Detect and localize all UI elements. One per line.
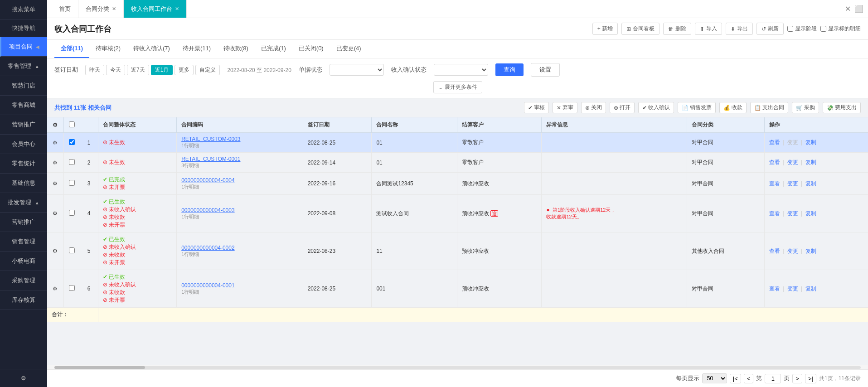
settings-button[interactable]: 设置 bbox=[531, 63, 560, 77]
row-check[interactable] bbox=[63, 173, 80, 195]
refresh-button[interactable]: ↺ 刷新 bbox=[756, 23, 784, 35]
sidebar-item-member[interactable]: 会员中心 bbox=[0, 135, 47, 154]
date-btn-more[interactable]: 更多 bbox=[175, 65, 194, 75]
date-btn-last7[interactable]: 近7天 bbox=[127, 65, 149, 75]
row-gear[interactable]: ⚙ bbox=[47, 270, 63, 308]
row-checkbox[interactable] bbox=[69, 159, 75, 165]
row-check[interactable] bbox=[63, 133, 80, 153]
export-button[interactable]: ⬇ 导出 bbox=[726, 23, 753, 35]
sub-tab-all[interactable]: 全部(11) bbox=[54, 40, 89, 58]
sidebar-settings[interactable]: ⚙ bbox=[0, 369, 47, 387]
row-checkbox[interactable] bbox=[69, 210, 75, 216]
date-btn-today[interactable]: 今天 bbox=[106, 65, 125, 75]
sidebar-item-wholesale[interactable]: 批发管理 ▲ bbox=[0, 193, 47, 213]
action-view[interactable]: 查看 bbox=[769, 285, 780, 292]
action-change[interactable]: 变更 bbox=[787, 139, 798, 145]
col-header-gear[interactable]: ⚙ bbox=[47, 117, 63, 133]
action-copy[interactable]: 复制 bbox=[805, 159, 816, 165]
row-code-link[interactable]: RETAIL_CUSTOM-0001 bbox=[181, 156, 298, 162]
page-input[interactable] bbox=[765, 374, 781, 383]
row-checkbox[interactable] bbox=[69, 180, 75, 186]
sub-tab-pending-collection[interactable]: 待收款(8) bbox=[217, 40, 255, 58]
sidebar-item-base-info[interactable]: 基础信息 bbox=[0, 174, 47, 193]
action-expense-contract[interactable]: 📋 支出合同 bbox=[750, 102, 788, 113]
page-first-btn[interactable]: |< bbox=[730, 374, 741, 383]
sub-tab-completed[interactable]: 已完成(1) bbox=[255, 40, 292, 58]
row-code-link[interactable]: 0000000000004-0003 bbox=[181, 207, 298, 213]
expand-filter-button[interactable]: ⌄ 展开更多条件 bbox=[433, 81, 482, 93]
action-open[interactable]: ⊕ 打开 bbox=[610, 102, 635, 113]
scroll-thumb[interactable] bbox=[54, 366, 145, 369]
tab-home[interactable]: 首页 bbox=[52, 0, 78, 18]
page-size-select[interactable]: 50 20 100 bbox=[702, 373, 727, 383]
row-checkbox[interactable] bbox=[69, 285, 75, 291]
sub-tab-pending-income-confirm[interactable]: 待收入确认(7) bbox=[127, 40, 176, 58]
sidebar-item-mini-ecom[interactable]: 小畅电商 bbox=[0, 252, 47, 271]
action-sales-invoice[interactable]: 📄 销售发票 bbox=[678, 102, 716, 113]
date-btn-last1month[interactable]: 近1月 bbox=[151, 65, 173, 75]
action-abandon[interactable]: ✕ 弃审 bbox=[553, 102, 577, 113]
action-income-confirm[interactable]: ✔ 收入确认 bbox=[638, 102, 674, 113]
sidebar-item-purchase[interactable]: 采购管理 bbox=[0, 271, 47, 290]
sidebar-item-sales-mgmt[interactable]: 销售管理 bbox=[0, 232, 47, 252]
sidebar-item-marketing[interactable]: 营销推广 bbox=[0, 115, 47, 135]
tab-contract-type[interactable]: 合同分类 ✕ bbox=[78, 0, 124, 18]
show-detail-checkbox[interactable] bbox=[820, 26, 826, 32]
row-check[interactable] bbox=[63, 153, 80, 173]
row-code-link[interactable]: 0000000000004-0001 bbox=[181, 282, 298, 289]
date-btn-yesterday[interactable]: 昨天 bbox=[85, 65, 104, 75]
action-change[interactable]: 变更 bbox=[787, 248, 798, 254]
sidebar-item-inventory[interactable]: 库存核算 bbox=[0, 290, 47, 310]
col-header-check[interactable] bbox=[63, 117, 80, 133]
row-gear[interactable]: ⚙ bbox=[47, 232, 63, 270]
action-copy[interactable]: 复制 bbox=[805, 139, 816, 145]
page-next-btn[interactable]: > bbox=[792, 374, 802, 383]
page-last-btn[interactable]: >| bbox=[805, 374, 816, 383]
import-button[interactable]: ⬆ 导入 bbox=[695, 23, 722, 35]
action-change[interactable]: 变更 bbox=[787, 285, 798, 292]
close-all-icon[interactable]: ✕ bbox=[845, 5, 851, 13]
action-copy[interactable]: 复制 bbox=[805, 180, 816, 187]
sidebar-item-retail-mgmt[interactable]: 零售管理 ▲ bbox=[0, 57, 47, 76]
row-code-link[interactable]: 0000000000004-0004 bbox=[181, 177, 298, 184]
maximize-icon[interactable]: ⬜ bbox=[854, 5, 863, 13]
action-close[interactable]: ⊗ 关闭 bbox=[581, 102, 606, 113]
row-code-link[interactable]: 0000000000004-0002 bbox=[181, 245, 298, 251]
action-expense-pay[interactable]: 💸 费用支出 bbox=[823, 102, 861, 113]
income-confirm-status-select[interactable] bbox=[434, 64, 488, 76]
sidebar-item-smart-store[interactable]: 智慧门店 bbox=[0, 76, 47, 96]
sidebar-item-marketing2[interactable]: 营销推广 bbox=[0, 213, 47, 232]
action-view[interactable]: 查看 bbox=[769, 248, 780, 254]
row-check[interactable] bbox=[63, 232, 80, 270]
sub-tab-pending-invoice[interactable]: 待开票(11) bbox=[176, 40, 217, 58]
row-gear[interactable]: ⚙ bbox=[47, 173, 63, 195]
row-gear[interactable]: ⚙ bbox=[47, 133, 63, 153]
sub-tab-changed[interactable]: 已变更(4) bbox=[330, 40, 368, 58]
sidebar-search[interactable]: 搜索菜单 bbox=[0, 0, 47, 19]
select-all-checkbox[interactable] bbox=[69, 121, 75, 127]
row-gear[interactable]: ⚙ bbox=[47, 153, 63, 173]
action-copy[interactable]: 复制 bbox=[805, 248, 816, 254]
action-collection[interactable]: 💰 收款 bbox=[719, 102, 747, 113]
sub-tab-pending-review[interactable]: 待审核(2) bbox=[89, 40, 127, 58]
action-change[interactable]: 变更 bbox=[787, 159, 798, 165]
sub-tab-closed[interactable]: 已关闭(0) bbox=[292, 40, 330, 58]
action-view[interactable]: 查看 bbox=[769, 180, 780, 187]
row-checkbox[interactable] bbox=[69, 139, 75, 145]
sidebar-item-project[interactable]: 项目合同 ◀ bbox=[0, 37, 47, 57]
action-purchase[interactable]: 🛒 采购 bbox=[792, 102, 819, 113]
action-view[interactable]: 查看 bbox=[769, 139, 780, 145]
action-change[interactable]: 变更 bbox=[787, 210, 798, 217]
query-button[interactable]: 查询 bbox=[495, 63, 524, 76]
date-btn-custom[interactable]: 自定义 bbox=[195, 65, 220, 75]
sidebar-item-retail-commerce[interactable]: 零售商城 bbox=[0, 96, 47, 115]
action-review[interactable]: ✔ 审核 bbox=[524, 102, 549, 113]
sidebar-quick-nav[interactable]: 快捷导航 bbox=[0, 19, 47, 37]
action-copy[interactable]: 复制 bbox=[805, 285, 816, 292]
action-view[interactable]: 查看 bbox=[769, 210, 780, 217]
row-check[interactable] bbox=[63, 270, 80, 308]
sidebar-item-retail-stats[interactable]: 零售统计 bbox=[0, 154, 47, 174]
action-change[interactable]: 变更 bbox=[787, 180, 798, 187]
tab-contract-type-close[interactable]: ✕ bbox=[112, 6, 116, 12]
page-prev-btn[interactable]: < bbox=[744, 374, 754, 383]
